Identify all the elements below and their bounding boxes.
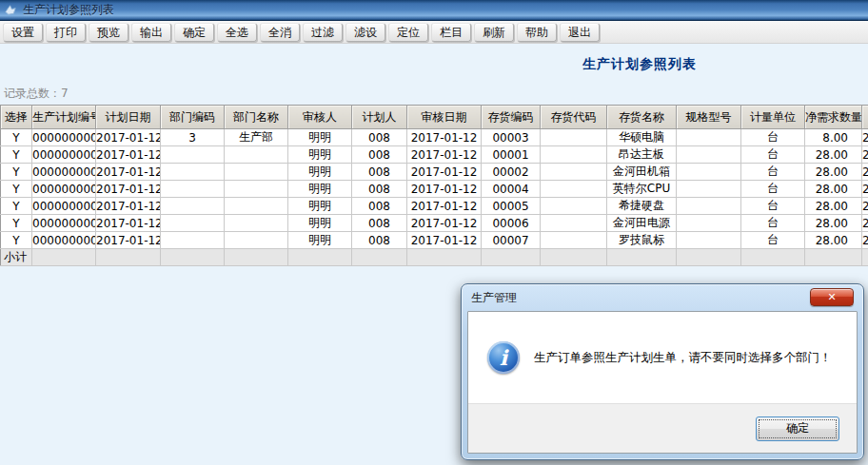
table-cell[interactable]: 2017-01-12 <box>96 198 161 215</box>
toolbar-button-filter[interactable]: 过滤 <box>303 23 343 42</box>
table-cell[interactable]: 2017-01-12 <box>96 215 161 232</box>
table-cell[interactable]: 明明 <box>288 146 352 164</box>
toolbar-button-preview[interactable]: 预览 <box>89 23 128 42</box>
window-titlebar[interactable]: 生产计划参照列表 <box>0 0 868 21</box>
table-row[interactable]: Y00000000082017-01-12明明0082017-01-120000… <box>1 215 868 232</box>
table-cell[interactable]: 台 <box>741 146 805 164</box>
table-cell[interactable]: 明明 <box>288 198 352 215</box>
toolbar-button-deselect-all[interactable]: 全消 <box>260 23 300 42</box>
table-cell[interactable]: 2017-01-12 <box>862 164 868 181</box>
table-cell[interactable] <box>541 181 607 198</box>
table-cell[interactable]: 28.00 <box>805 198 862 215</box>
table-cell[interactable]: 28.00 <box>805 215 862 232</box>
table-cell[interactable]: 008 <box>352 198 407 215</box>
table-row[interactable]: Y00000000082017-01-12明明0082017-01-120000… <box>1 232 868 249</box>
table-cell[interactable]: 明明 <box>288 129 352 146</box>
table-cell[interactable] <box>677 232 741 249</box>
table-cell[interactable]: 008 <box>352 164 407 181</box>
table-cell[interactable] <box>541 146 607 164</box>
column-header[interactable]: 存货编码 <box>482 106 541 129</box>
table-cell[interactable] <box>161 215 225 232</box>
column-header[interactable]: 存货代码 <box>541 106 607 129</box>
table-cell[interactable]: 金河田机箱 <box>607 164 677 181</box>
table-cell[interactable]: 00002 <box>482 164 541 181</box>
toolbar-button-settings[interactable]: 设置 <box>3 23 43 42</box>
table-cell[interactable]: 00001 <box>482 146 541 164</box>
table-cell[interactable]: 00005 <box>482 198 541 215</box>
table-cell[interactable] <box>225 232 288 249</box>
table-cell[interactable]: 台 <box>741 181 805 198</box>
table-cell[interactable]: Y <box>1 232 32 249</box>
table-cell[interactable]: Y <box>1 198 32 215</box>
table-cell[interactable] <box>677 215 741 232</box>
table-cell[interactable]: 8.00 <box>805 129 862 146</box>
table-cell[interactable]: 2017-01-12 <box>407 198 482 215</box>
column-header[interactable]: 审核人 <box>288 106 352 129</box>
table-cell[interactable]: 0000000008 <box>32 232 96 249</box>
column-header[interactable]: 存货名称 <box>607 106 677 129</box>
column-header[interactable]: 净需求数量 <box>805 106 862 129</box>
table-cell[interactable] <box>541 164 607 181</box>
table-cell[interactable] <box>161 198 225 215</box>
table-cell[interactable]: 台 <box>741 129 805 146</box>
table-cell[interactable] <box>161 164 225 181</box>
table-cell[interactable]: 明明 <box>288 164 352 181</box>
table-cell[interactable]: 罗技鼠标 <box>607 232 677 249</box>
table-cell[interactable]: 2017-01-12 <box>862 129 868 146</box>
table-cell[interactable] <box>541 232 607 249</box>
table-cell[interactable]: 008 <box>352 232 407 249</box>
table-cell[interactable]: 28.00 <box>805 146 862 164</box>
close-icon[interactable]: ✕ <box>810 288 854 306</box>
table-cell[interactable] <box>677 164 741 181</box>
table-cell[interactable]: 2017-01-12 <box>407 146 482 164</box>
table-cell[interactable]: 0000000008 <box>32 164 96 181</box>
dialog-titlebar[interactable]: 生产管理 <box>462 284 863 311</box>
ok-button[interactable]: 确定 <box>756 417 839 441</box>
table-cell[interactable] <box>677 129 741 146</box>
table-cell[interactable]: 2017-01-12 <box>862 198 868 215</box>
table-cell[interactable]: 00006 <box>482 215 541 232</box>
table-cell[interactable]: 00004 <box>482 181 541 198</box>
table-cell[interactable]: 008 <box>352 146 407 164</box>
table-cell[interactable]: 英特尔CPU <box>607 181 677 198</box>
table-cell[interactable]: 明明 <box>288 232 352 249</box>
column-header[interactable]: 计量单位 <box>741 106 805 129</box>
column-header[interactable]: 审核日期 <box>407 106 482 129</box>
table-cell[interactable]: 3 <box>161 129 225 146</box>
table-cell[interactable]: 2017-01-12 <box>96 129 161 146</box>
table-cell[interactable]: 28.00 <box>805 181 862 198</box>
table-cell[interactable] <box>541 215 607 232</box>
table-cell[interactable]: 00007 <box>482 232 541 249</box>
column-header[interactable]: 部门名称 <box>225 106 288 129</box>
table-cell[interactable] <box>225 181 288 198</box>
table-cell[interactable]: 生产部 <box>225 129 288 146</box>
toolbar-button-help[interactable]: 帮助 <box>517 23 557 42</box>
table-cell[interactable]: 金河田电源 <box>607 215 677 232</box>
table-cell[interactable]: 008 <box>352 181 407 198</box>
table-cell[interactable]: 28.00 <box>805 164 862 181</box>
table-cell[interactable]: 2017-01-12 <box>407 232 482 249</box>
table-cell[interactable]: 台 <box>741 164 805 181</box>
table-cell[interactable]: 0000000008 <box>32 181 96 198</box>
toolbar-button-exit[interactable]: 退出 <box>560 23 600 42</box>
table-cell[interactable]: 0000000008 <box>32 198 96 215</box>
toolbar-button-refresh[interactable]: 刷新 <box>474 23 514 42</box>
table-cell[interactable]: 2017-01-12 <box>862 215 868 232</box>
table-row[interactable]: Y00000000082017-01-12明明0082017-01-120000… <box>1 181 868 198</box>
table-row[interactable]: Y00000000082017-01-12明明0082017-01-120000… <box>1 198 868 215</box>
table-cell[interactable]: 2017-01-12 <box>96 146 161 164</box>
column-header[interactable]: 计划人 <box>352 106 407 129</box>
table-cell[interactable]: 00003 <box>482 129 541 146</box>
toolbar-button-columns[interactable]: 栏目 <box>431 23 471 42</box>
table-cell[interactable] <box>541 198 607 215</box>
table-cell[interactable]: 008 <box>352 129 407 146</box>
table-cell[interactable]: 2017-01-12 <box>96 232 161 249</box>
table-cell[interactable] <box>225 198 288 215</box>
table-cell[interactable]: Y <box>1 129 32 146</box>
toolbar-button-export[interactable]: 输出 <box>131 23 171 42</box>
table-cell[interactable]: 2017-01-12 <box>862 181 868 198</box>
table-cell[interactable]: 2017-01-12 <box>862 146 868 164</box>
column-header[interactable]: 生产计划编号 <box>32 106 96 129</box>
table-row[interactable]: Y00000000082017-01-123生产部明明0082017-01-12… <box>1 129 868 146</box>
table-cell[interactable]: 台 <box>741 215 805 232</box>
